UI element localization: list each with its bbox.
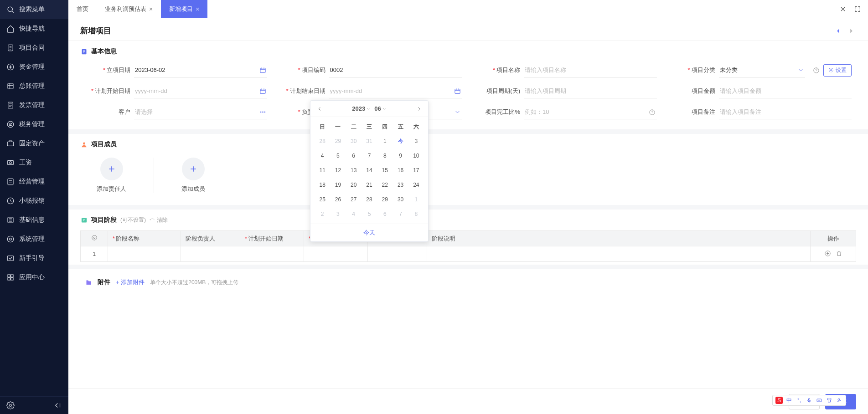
dp-day[interactable]: 3 (331, 207, 345, 221)
sidebar-item-9[interactable]: 经营管理 (0, 172, 68, 191)
dp-month-select[interactable]: 06 (374, 105, 386, 112)
help-icon[interactable] (812, 66, 820, 74)
dp-day[interactable]: 1 (409, 193, 424, 206)
category-settings-button[interactable]: 设置 (823, 64, 852, 77)
dp-day[interactable]: 6 (377, 207, 392, 221)
dp-next-icon[interactable] (414, 104, 424, 113)
table-row[interactable]: 1 (81, 246, 856, 262)
sidebar-item-13[interactable]: 新手引导 (0, 249, 68, 268)
dp-day[interactable]: 15 (377, 164, 392, 177)
dp-day[interactable]: 14 (362, 164, 377, 177)
dp-day[interactable]: 29 (331, 134, 345, 148)
dp-day[interactable]: 11 (315, 164, 330, 177)
sidebar-item-11[interactable]: 基础信息 (0, 210, 68, 230)
dp-day[interactable]: 18 (315, 178, 330, 192)
dp-day[interactable]: 28 (315, 134, 330, 148)
calendar-icon[interactable] (259, 88, 266, 95)
sidebar-item-10[interactable]: 小畅报销 (0, 191, 68, 210)
dp-day[interactable]: 30 (346, 134, 361, 148)
ime-lang[interactable]: 中 (785, 397, 793, 404)
sidebar-item-4[interactable]: 总账管理 (0, 77, 68, 96)
dp-day[interactable]: 7 (393, 207, 408, 221)
add-row-icon[interactable] (824, 250, 831, 258)
ime-tool-icon[interactable] (836, 397, 843, 404)
add-member-button[interactable] (182, 158, 205, 180)
calendar-icon[interactable] (454, 88, 461, 95)
sidebar-item-2[interactable]: 项目合同 (0, 38, 68, 57)
dp-day[interactable]: 7 (362, 149, 377, 163)
input-remark[interactable] (719, 105, 852, 119)
dp-day[interactable]: 31 (362, 134, 377, 148)
help-icon[interactable] (649, 108, 656, 116)
sidebar-item-3[interactable]: 资金管理 (0, 57, 68, 77)
chevron-down-icon[interactable] (454, 109, 461, 116)
tab-0[interactable]: 首页 (68, 0, 97, 18)
sidebar-item-1[interactable]: 快捷导航 (0, 19, 68, 38)
sidebar-item-14[interactable]: 应用中心 (0, 268, 68, 287)
more-icon[interactable] (259, 109, 266, 116)
dp-day[interactable]: 5 (362, 207, 377, 221)
dp-day[interactable]: 4 (315, 149, 330, 163)
chevron-down-icon[interactable] (797, 67, 804, 74)
dp-day[interactable]: 21 (362, 178, 377, 192)
input-planend[interactable] (329, 84, 462, 98)
input-period[interactable] (524, 84, 657, 98)
dp-day[interactable]: 2 (315, 207, 330, 221)
sidebar-item-8[interactable]: 工资 (0, 153, 68, 172)
dp-day[interactable]: 28 (362, 193, 377, 206)
dp-year-select[interactable]: 2023 (352, 105, 371, 112)
dp-day[interactable]: 3 (409, 134, 424, 148)
add-owner-button[interactable] (100, 158, 123, 180)
input-createdate[interactable] (134, 63, 267, 77)
dp-day[interactable]: 29 (377, 193, 392, 206)
sidebar-item-0[interactable]: 搜索菜单 (0, 0, 68, 19)
close-all-icon[interactable] (839, 5, 847, 13)
dp-day[interactable]: 16 (393, 164, 408, 177)
settings-icon[interactable] (6, 401, 15, 409)
dp-day[interactable]: 17 (409, 164, 424, 177)
dp-day[interactable]: 20 (346, 178, 361, 192)
input-name[interactable] (524, 63, 657, 77)
dp-day[interactable]: 8 (409, 207, 424, 221)
sidebar-item-12[interactable]: 系统管理 (0, 230, 68, 249)
tab-2[interactable]: 新增项目× (161, 0, 207, 18)
dp-day[interactable]: 23 (393, 178, 408, 192)
dp-day[interactable]: 27 (346, 193, 361, 206)
collapse-icon[interactable] (54, 401, 62, 409)
dp-day[interactable]: 今 (393, 134, 408, 148)
dp-day[interactable]: 8 (377, 149, 392, 163)
dp-day[interactable]: 5 (331, 149, 345, 163)
add-attachment-link[interactable]: + 添加附件 (116, 278, 145, 286)
dp-day[interactable]: 1 (377, 134, 392, 148)
input-code[interactable] (329, 63, 462, 77)
dp-day[interactable]: 9 (393, 149, 408, 163)
calendar-icon[interactable] (259, 67, 266, 74)
dp-day[interactable]: 12 (331, 164, 345, 177)
ime-keyboard-icon[interactable] (816, 397, 823, 404)
dp-day[interactable]: 19 (331, 178, 345, 192)
dp-day[interactable]: 10 (409, 149, 424, 163)
delete-row-icon[interactable] (836, 250, 842, 258)
prev-record-icon[interactable] (833, 26, 843, 36)
sidebar-item-7[interactable]: 固定资产 (0, 134, 68, 153)
dp-day[interactable]: 13 (346, 164, 361, 177)
dp-day[interactable]: 6 (346, 149, 361, 163)
dp-day[interactable]: 4 (346, 207, 361, 221)
dp-today-button[interactable]: 今天 (310, 224, 428, 241)
sidebar-item-5[interactable]: 发票管理 (0, 96, 68, 115)
tab-1[interactable]: 业务利润预估表× (97, 0, 161, 18)
input-completion[interactable] (524, 105, 657, 119)
input-planstart[interactable] (134, 84, 267, 98)
ime-mic-icon[interactable] (806, 397, 813, 404)
tab-close-icon[interactable]: × (196, 5, 199, 13)
dp-day[interactable]: 22 (377, 178, 392, 192)
sidebar-item-6[interactable]: 税务管理 (0, 115, 68, 134)
input-category[interactable] (719, 63, 806, 77)
fullscreen-icon[interactable] (853, 5, 862, 13)
input-amount[interactable] (719, 84, 852, 98)
tab-close-icon[interactable]: × (149, 5, 153, 13)
dp-day[interactable]: 26 (331, 193, 345, 206)
dp-prev-icon[interactable] (315, 104, 324, 113)
ime-punct-icon[interactable]: °, (796, 397, 803, 404)
ime-skin-icon[interactable] (826, 397, 833, 404)
